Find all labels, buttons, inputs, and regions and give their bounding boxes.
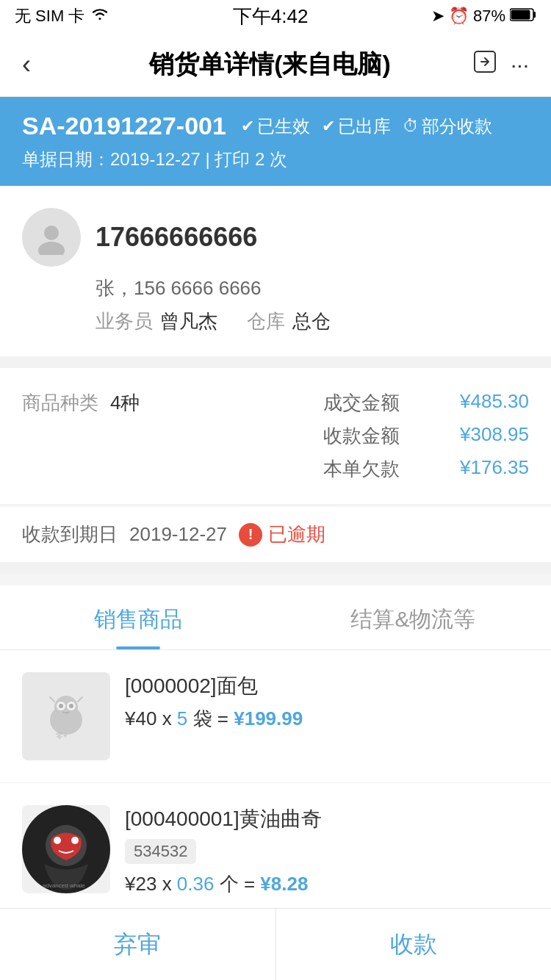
svg-point-11 [69, 704, 73, 708]
product-name-2: [000400001]黄油曲奇 [125, 805, 529, 833]
customer-meta: 业务员 曾凡杰 仓库 总仓 [22, 309, 529, 334]
product-unit-price-2: ¥23 [125, 873, 156, 895]
debt-amount-value: ¥176.35 [460, 456, 529, 482]
share-icon[interactable] [474, 51, 496, 78]
svg-text:零+: 零+ [56, 732, 68, 740]
order-date-row: 单据日期：2019-12-27 | 打印 2 次 [22, 148, 529, 171]
customer-contact: 张，156 6666 6666 [22, 275, 529, 301]
svg-rect-1 [533, 12, 536, 18]
product-sku-2: 534532 [125, 839, 196, 864]
svg-point-15 [54, 837, 61, 844]
product-qty-1: 5 [177, 707, 187, 729]
nav-actions: ··· [474, 51, 529, 78]
due-date-label: 收款到期日 [22, 522, 118, 547]
product-name-1: [0000002]面包 [125, 672, 529, 700]
svg-text:advanced whale: advanced whale [43, 882, 85, 889]
product-type-info: 商品种类 4种 [22, 390, 140, 416]
collected-amount-row: 收款金额 ¥308.95 [323, 423, 529, 449]
order-header-banner: SA-20191227-001 ✔ 已生效 ✔ 已出库 ⏱ 部分收款 单据日期：… [0, 97, 551, 186]
product-equals-1: = [217, 707, 234, 729]
product-equals-2: = [244, 873, 260, 895]
status-bar: 无 SIM 卡 下午4:42 ➤ ⏰ 87% [0, 0, 551, 32]
product-thumb-1: 零+ [22, 672, 110, 760]
warehouse-value: 总仓 [292, 309, 331, 334]
product-unit-price-1: ¥40 [125, 707, 156, 729]
product-multiply-2: x [162, 873, 177, 895]
product-list: 零+ [0000002]面包 ¥40 x 5 袋 = ¥199.99 [0, 650, 551, 920]
avatar [22, 208, 81, 267]
divider-2 [0, 562, 551, 574]
order-id: SA-20191227-001 [22, 112, 226, 140]
badge-effective-label: 已生效 [257, 115, 310, 138]
product-total-2: ¥8.28 [260, 873, 308, 895]
sim-status: 无 SIM 卡 [15, 5, 84, 27]
wifi-icon [90, 7, 109, 26]
warehouse: 仓库 总仓 [247, 309, 331, 334]
status-time: 下午4:42 [233, 4, 309, 29]
checkmark2-icon: ✔ [322, 117, 335, 136]
transaction-amount-row: 成交金额 ¥485.30 [323, 390, 529, 416]
tab-products[interactable]: 销售商品 [0, 586, 276, 649]
battery-icon [510, 7, 536, 26]
status-left: 无 SIM 卡 [15, 5, 109, 27]
summary-card: 商品种类 4种 成交金额 ¥485.30 收款金额 ¥308.95 本单欠款 ¥… [0, 368, 551, 504]
svg-point-10 [59, 704, 63, 708]
back-button[interactable]: ‹ [22, 49, 66, 80]
reject-button[interactable]: 弃审 [0, 909, 276, 980]
product-unit-1: 袋 [193, 707, 212, 729]
transaction-amount-value: ¥485.30 [460, 390, 529, 416]
bottom-bar: 弃审 收款 [0, 908, 551, 980]
product-type-value: 4种 [110, 390, 140, 416]
tab-settlement[interactable]: 结算&物流等 [276, 586, 551, 649]
page-title: 销货单详情(来自电脑) [66, 48, 474, 82]
product-price-1: ¥40 x 5 袋 = ¥199.99 [125, 706, 529, 732]
badge-shipped: ✔ 已出库 [322, 115, 391, 138]
overdue-text: 已逾期 [268, 522, 325, 547]
product-unit-2: 个 [220, 873, 239, 895]
amount-summary: 成交金额 ¥485.30 收款金额 ¥308.95 本单欠款 ¥176.35 [323, 390, 529, 482]
product-thumb-2: advanced whale [22, 805, 110, 893]
svg-rect-2 [511, 10, 530, 20]
collected-amount-value: ¥308.95 [460, 423, 529, 449]
transaction-amount-label: 成交金额 [323, 390, 400, 416]
badge-shipped-label: 已出库 [338, 115, 391, 138]
checkmark-icon: ✔ [241, 117, 254, 136]
sales-rep: 业务员 曾凡杰 [96, 309, 217, 334]
product-info-2: [000400001]黄油曲奇 534532 ¥23 x 0.36 个 = ¥8… [125, 805, 529, 897]
list-item: 零+ [0000002]面包 ¥40 x 5 袋 = ¥199.99 [0, 650, 551, 783]
badge-effective: ✔ 已生效 [241, 115, 310, 138]
debt-amount-row: 本单欠款 ¥176.35 [323, 456, 529, 482]
product-total-1: ¥199.99 [234, 707, 303, 729]
clock-icon: ⏱ [403, 117, 419, 136]
battery-label: 87% [473, 7, 505, 26]
product-qty-2: 0.36 [177, 873, 215, 895]
alarm-icon: ⏰ [449, 7, 469, 26]
collect-button[interactable]: 收款 [276, 909, 552, 980]
warehouse-label: 仓库 [247, 309, 285, 334]
nav-bar: ‹ 销货单详情(来自电脑) ··· [0, 32, 551, 97]
status-badges: ✔ 已生效 ✔ 已出库 ⏱ 部分收款 [241, 115, 492, 138]
due-date-value: 2019-12-27 [129, 523, 227, 546]
svg-point-16 [71, 837, 79, 844]
overdue-icon: ! [239, 523, 262, 547]
tabs-container: 销售商品 结算&物流等 [0, 586, 551, 650]
status-right: ➤ ⏰ 87% [431, 7, 536, 26]
sales-rep-label: 业务员 [96, 309, 153, 334]
product-type-label: 商品种类 [22, 390, 98, 416]
list-item: advanced whale [000400001]黄油曲奇 534532 ¥2… [0, 783, 551, 920]
sales-rep-value: 曾凡杰 [160, 309, 217, 334]
product-price-2: ¥23 x 0.36 个 = ¥8.28 [125, 871, 529, 897]
collected-amount-label: 收款金额 [323, 423, 400, 449]
product-info-1: [0000002]面包 ¥40 x 5 袋 = ¥199.99 [125, 672, 529, 732]
badge-partial: ⏱ 部分收款 [403, 115, 492, 138]
due-date-card: 收款到期日 2019-12-27 ! 已逾期 [0, 507, 551, 562]
location-icon: ➤ [431, 7, 444, 26]
svg-point-5 [38, 242, 65, 255]
debt-amount-label: 本单欠款 [323, 456, 400, 482]
svg-point-4 [44, 226, 59, 240]
divider-1 [0, 356, 551, 368]
more-icon[interactable]: ··· [511, 52, 529, 77]
customer-phone: 17666666666 [96, 222, 257, 253]
overdue-info: ! 已逾期 [239, 522, 325, 547]
product-multiply-1: x [162, 707, 177, 729]
